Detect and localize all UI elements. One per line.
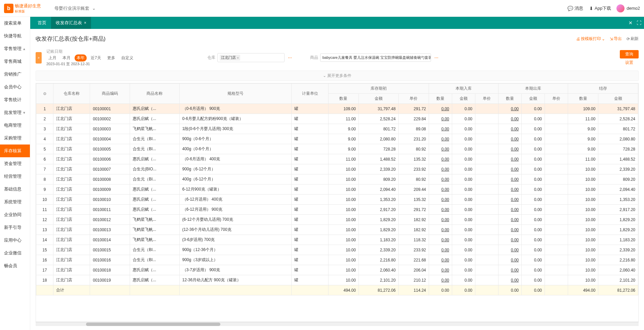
sidebar-item[interactable]: 会员中心	[0, 81, 30, 93]
date-option[interactable]: 更多	[105, 54, 117, 61]
sidebar-item[interactable]: 畅会员	[0, 259, 30, 272]
cell-out-qty[interactable]: 0.00	[499, 164, 522, 174]
cell-out-qty[interactable]: 0.00	[499, 245, 522, 255]
cell-in-qty[interactable]: 0.00	[429, 154, 452, 164]
cell-out-qty[interactable]: 0.00	[499, 205, 522, 215]
print-button[interactable]: 🖨 按模板打印 ⌄	[576, 36, 605, 42]
cell-in-qty[interactable]: 0.00	[429, 144, 452, 154]
account-selector[interactable]: 母婴行业演示账套 ⌄	[54, 5, 96, 11]
cell-in-qty[interactable]: 0.00	[429, 205, 452, 215]
settings-button[interactable]: 设置	[620, 60, 639, 66]
sidebar-item[interactable]: 零售统计	[0, 93, 30, 106]
cell-out-qty[interactable]: 0.00	[499, 104, 522, 114]
date-option[interactable]: 近7天	[89, 54, 103, 61]
table-row[interactable]: 2 江北门店 00100002 惠氏启赋（... 0-6月婴儿配方奶粉900克（…	[36, 114, 638, 124]
sidebar-item[interactable]: 系统管理	[0, 196, 30, 208]
cell-in-qty[interactable]: 0.00	[429, 245, 452, 255]
cell-out-qty[interactable]: 0.00	[499, 235, 522, 245]
date-option[interactable]: 本月	[60, 54, 73, 61]
sidebar-item[interactable]: 基础信息	[0, 183, 30, 196]
cell-out-qty[interactable]: 0.00	[499, 174, 522, 184]
fullscreen-icon[interactable]: ⛶	[637, 20, 641, 26]
table-row[interactable]: 11 江北门店 00100011 惠氏启赋（... （6-12月适用） 900克…	[36, 205, 638, 215]
export-button[interactable]: ⇲ 导出	[610, 36, 622, 42]
sidebar-item[interactable]: 新手引导	[0, 221, 30, 234]
cell-out-qty[interactable]: 0.00	[499, 215, 522, 225]
table-row[interactable]: 14 江北门店 00100014 飞鹤星飞帆... (3-6岁适用) 700克 …	[36, 235, 638, 245]
cell-out-qty[interactable]: 0.00	[499, 255, 522, 265]
cell-in-qty[interactable]: 0.00	[429, 124, 452, 134]
close-icon[interactable]: ×	[237, 56, 239, 60]
cell-in-qty[interactable]: 0.00	[429, 174, 452, 184]
cell-in-qty[interactable]: 0.00	[429, 225, 452, 235]
tab[interactable]: 首页	[33, 17, 51, 29]
warehouse-more-button[interactable]: ⋯	[288, 55, 292, 60]
sidebar-item[interactable]: 采购管理	[0, 132, 30, 145]
refresh-button[interactable]: ⟳ 刷新	[627, 36, 639, 42]
product-more-button[interactable]: ⋯	[434, 55, 438, 60]
table-row[interactable]: 12 江北门店 00100012 飞鹤星飞帆... (6-12个月婴幼儿适用) …	[36, 215, 638, 225]
cell-in-qty[interactable]: 0.00	[429, 195, 452, 205]
sidebar-item[interactable]: 批发管理▼	[0, 106, 30, 119]
cell-in-qty[interactable]: 0.00	[429, 265, 452, 275]
product-input[interactable]: babycare儿童餐具 婴儿注水保温碗 宝宝防摔碗吸盘碗辅食碗勺套装 雀湖绿 …	[320, 53, 431, 62]
gear-icon[interactable]: ⚙	[36, 84, 53, 104]
cell-in-qty[interactable]: 0.00	[429, 235, 452, 245]
cell-out-qty[interactable]: 0.00	[499, 225, 522, 235]
cell-in-qty[interactable]: 0.00	[429, 255, 452, 265]
sidebar-item[interactable]: 企业微信	[0, 247, 30, 259]
table-row[interactable]: 1 江北门店 00100001 惠氏启赋（... （0-6月适用） 900克 罐…	[36, 104, 638, 114]
tab-close-all-icon[interactable]: ✕	[629, 20, 633, 26]
table-row[interactable]: 8 江北门店 00100008 合生元（BI... 400g（6-12个月） 罐…	[36, 174, 638, 184]
cell-out-qty[interactable]: 0.00	[499, 134, 522, 144]
close-icon[interactable]: ×	[84, 20, 86, 25]
cell-in-qty[interactable]: 0.00	[429, 275, 452, 285]
cell-in-qty[interactable]: 0.00	[429, 114, 452, 124]
table-row[interactable]: 18 江北门店 00100019 惠氏启赋（... 12-36月幼儿配方 900…	[36, 275, 638, 285]
sidebar-item[interactable]: 电商管理	[0, 119, 30, 132]
collapse-filter-button[interactable]: »	[36, 52, 42, 64]
username[interactable]: demo2	[627, 6, 640, 11]
cell-in-qty[interactable]: 0.00	[429, 164, 452, 174]
sidebar-item[interactable]: 企业协同	[0, 208, 30, 221]
cell-out-qty[interactable]: 0.00	[499, 114, 522, 124]
date-option[interactable]: 本年	[75, 54, 87, 61]
query-button[interactable]: 查询	[620, 50, 639, 58]
sidebar-item[interactable]: 零售管理▲	[0, 42, 30, 55]
table-row[interactable]: 6 江北门店 00100006 惠氏启赋（... （0-6月适用） 400克 罐…	[36, 154, 638, 164]
app-download-button[interactable]: ⬇ App下载	[589, 5, 611, 11]
table-row[interactable]: 7 江北门店 00100007 合生元(BIO... 900g（6-12个月） …	[36, 164, 638, 174]
cell-in-qty[interactable]: 0.00	[429, 215, 452, 225]
messages-button[interactable]: 💬 消息	[567, 5, 583, 11]
cell-in-qty[interactable]: 0.00	[429, 104, 452, 114]
user-avatar[interactable]	[616, 4, 625, 12]
warehouse-input[interactable]: 江北门店×	[217, 53, 285, 62]
table-row[interactable]: 4 江北门店 00100004 合生元（BI... 900g（0-6个月） 罐 …	[36, 134, 638, 144]
expand-more-button[interactable]: ⌄ 展开更多条件	[36, 71, 639, 81]
horizontal-scrollbar[interactable]	[36, 322, 639, 326]
cell-out-qty[interactable]: 0.00	[499, 195, 522, 205]
sidebar-item[interactable]: 资金管理	[0, 157, 30, 170]
tab[interactable]: 收发存汇总表×	[51, 17, 91, 29]
sidebar-item[interactable]: 零售商城	[0, 55, 30, 68]
sidebar-item[interactable]: 应用中心	[0, 234, 30, 247]
cell-out-qty[interactable]: 0.00	[499, 275, 522, 285]
table-row[interactable]: 3 江北门店 00100003 飞鹤星飞帆... 1段(0-6个月婴儿适用) 3…	[36, 124, 638, 134]
cell-out-qty[interactable]: 0.00	[499, 124, 522, 134]
table-row[interactable]: 9 江北门店 00100009 惠氏启赋（... 6-12月900克（罐装） 罐…	[36, 184, 638, 195]
table-row[interactable]: 16 江北门店 00100016 合生元（BI... 900g（3岁或以上） 罐…	[36, 255, 638, 265]
table-row[interactable]: 10 江北门店 00100010 惠氏启赋（... （6-12月适用） 400克…	[36, 195, 638, 205]
cell-out-qty[interactable]: 0.00	[499, 265, 522, 275]
date-option[interactable]: 自定义	[119, 54, 135, 61]
cell-in-qty[interactable]: 0.00	[429, 184, 452, 195]
table-row[interactable]: 5 江北门店 00100005 合生元（BI... 400g（0-6个月） 罐 …	[36, 144, 638, 154]
sidebar-item[interactable]: 库存核算	[0, 145, 30, 157]
sidebar-item[interactable]: 经营管理	[0, 170, 30, 183]
cell-in-qty[interactable]: 0.00	[429, 134, 452, 144]
cell-out-qty[interactable]: 0.00	[499, 154, 522, 164]
table-row[interactable]: 15 江北门店 00100015 合生元（BI... 900g（12-36个月）…	[36, 245, 638, 255]
sidebar-item[interactable]: 营销推广	[0, 68, 30, 81]
sidebar-item[interactable]: 快捷导航	[0, 30, 30, 42]
scrollbar-thumb[interactable]	[86, 323, 220, 326]
table-row[interactable]: 13 江北门店 00100013 飞鹤星飞帆... (12-36个月幼儿适用) …	[36, 225, 638, 235]
